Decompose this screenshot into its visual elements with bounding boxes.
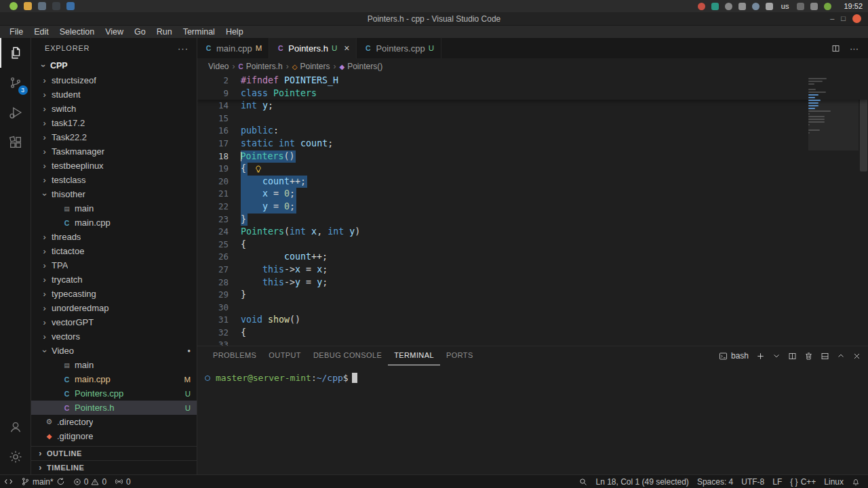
line-content[interactable]: x = 0; <box>241 188 296 201</box>
power-icon[interactable] <box>824 3 831 10</box>
menu-run[interactable]: Run <box>151 27 178 37</box>
explorer-file-main-cpp[interactable]: Cmain.cpp <box>31 216 197 230</box>
line-content[interactable]: int y; <box>241 100 273 113</box>
lightbulb-icon[interactable] <box>254 163 262 176</box>
terminal-app-icon[interactable] <box>52 2 60 10</box>
panel-tab-debug-console[interactable]: DEBUG CONSOLE <box>307 346 388 365</box>
volume-icon[interactable] <box>766 3 773 10</box>
split-terminal-icon[interactable] <box>788 352 797 361</box>
explorer-folder-threads[interactable]: ›threads <box>31 230 197 244</box>
code-editor[interactable]: 2#ifndef POINTERS_H9class Pointers14int … <box>197 75 868 346</box>
code-line[interactable]: 22 y = 0; <box>197 201 868 214</box>
code-app-icon[interactable] <box>66 2 75 10</box>
activity-run-debug[interactable] <box>0 98 31 127</box>
line-content[interactable]: { <box>241 239 246 251</box>
line-content[interactable]: #ifndef POINTERS_H <box>241 75 338 87</box>
menu-edit[interactable]: Edit <box>28 27 54 37</box>
panel-tab-problems[interactable]: PROBLEMS <box>207 346 262 365</box>
explorer-folder-video[interactable]: ›Video● <box>31 344 197 358</box>
tab-pointers-cpp[interactable]: CPointers.cppU <box>357 38 441 58</box>
line-number[interactable]: 31 <box>197 314 229 327</box>
line-number[interactable]: 9 <box>197 87 229 100</box>
tab-main-cpp[interactable]: Cmain.cppM <box>197 38 269 58</box>
more-actions-icon[interactable]: ··· <box>850 43 859 54</box>
activity-settings[interactable] <box>0 442 31 472</box>
remote-indicator[interactable] <box>0 475 17 488</box>
zoom-indicator[interactable] <box>575 475 591 488</box>
indentation[interactable]: Spaces: 4 <box>693 475 737 488</box>
menu-terminal[interactable]: Terminal <box>178 27 220 37</box>
line-number[interactable]: 19 <box>197 163 229 176</box>
chat-icon[interactable] <box>725 3 732 10</box>
line-number[interactable]: 17 <box>197 138 229 150</box>
explorer-folder-unorderedmap[interactable]: ›unorderedmap <box>31 301 197 315</box>
text-editor-icon[interactable] <box>38 2 46 10</box>
terminal-dropdown-icon[interactable] <box>772 352 781 360</box>
display-icon[interactable] <box>810 3 818 10</box>
git-branch[interactable]: main* <box>17 475 69 488</box>
explorer-folder-task22-2[interactable]: ›Task22.2 <box>31 130 197 144</box>
explorer-file-main-cpp[interactable]: Cmain.cppM <box>31 372 197 386</box>
code-line[interactable]: 27 this->x = x; <box>197 264 868 277</box>
line-content[interactable]: static int count; <box>241 138 333 150</box>
line-content[interactable]: Pointers() <box>241 150 296 163</box>
explorer-folder-testbeeplinux[interactable]: ›testbeeplinux <box>31 159 197 173</box>
kill-terminal-icon[interactable] <box>804 352 813 361</box>
code-line[interactable]: 33 <box>197 339 868 346</box>
line-number[interactable]: 27 <box>197 264 229 277</box>
activity-accounts[interactable] <box>0 412 31 442</box>
explorer-folder-tpa[interactable]: ›TPA <box>31 258 197 272</box>
code-line[interactable]: 2#ifndef POINTERS_H <box>197 75 868 87</box>
minimize-button[interactable]: – <box>830 15 834 22</box>
code-line[interactable]: 18Pointers() <box>197 150 868 163</box>
explorer-file-pointers-cpp[interactable]: CPointers.cppU <box>31 386 197 401</box>
problems[interactable]: 00 <box>69 475 111 488</box>
timeline-section[interactable]: › TIMELINE <box>31 460 197 474</box>
notifications[interactable] <box>848 475 864 488</box>
line-content[interactable]: } <box>241 289 246 302</box>
explorer-root-folder[interactable]: › CPP <box>31 58 197 73</box>
line-number[interactable]: 25 <box>197 239 229 251</box>
screenshot-tool-icon[interactable] <box>711 3 719 10</box>
explorer-folder-vectors[interactable]: ›vectors <box>31 329 197 344</box>
line-number[interactable]: 33 <box>197 339 229 346</box>
line-content[interactable]: } <box>241 214 248 226</box>
code-line[interactable]: 17static int count; <box>197 138 868 150</box>
forwarded-ports[interactable]: 0 <box>111 475 135 488</box>
breadcrumb-pointers-[interactable]: ◆Pointers() <box>339 62 382 71</box>
line-content[interactable]: Pointers(int x, int y) <box>241 226 360 239</box>
panel-tab-ports[interactable]: PORTS <box>440 346 479 365</box>
menu-selection[interactable]: Selection <box>54 27 100 37</box>
explorer-folder-structsizeof[interactable]: ›structsizeof <box>31 73 197 87</box>
explorer-file-main[interactable]: ▤main <box>31 201 197 216</box>
code-line[interactable]: 25{ <box>197 239 868 251</box>
line-number[interactable]: 30 <box>197 302 229 314</box>
line-content[interactable]: public: <box>241 125 279 138</box>
tab-pointers-h[interactable]: CPointers.hU× <box>269 38 357 58</box>
code-line[interactable]: 31void show() <box>197 314 868 327</box>
explorer-folder-tictactoe[interactable]: ›tictactoe <box>31 244 197 258</box>
code-line[interactable]: 16public: <box>197 125 868 138</box>
explorer-folder-task17-2[interactable]: ›task17.2 <box>31 116 197 130</box>
close-icon[interactable]: × <box>344 43 349 53</box>
activity-explorer[interactable] <box>0 38 31 68</box>
line-number[interactable]: 14 <box>197 100 229 113</box>
mint-menu-icon[interactable] <box>9 2 18 10</box>
code-line[interactable]: 30 <box>197 302 868 314</box>
bluetooth-icon[interactable] <box>752 3 760 10</box>
new-terminal-icon[interactable] <box>756 352 765 361</box>
line-number[interactable]: 18 <box>197 150 229 163</box>
panel-tab-terminal[interactable]: TERMINAL <box>388 346 440 365</box>
line-number[interactable]: 20 <box>197 176 229 188</box>
explorer-file-pointers-h[interactable]: CPointers.hU <box>31 401 197 415</box>
code-line[interactable]: 28 this->y = y; <box>197 277 868 289</box>
explorer-more-icon[interactable]: ··· <box>178 43 189 54</box>
code-line[interactable]: 32{ <box>197 327 868 340</box>
line-content[interactable]: void show() <box>241 314 300 327</box>
encoding[interactable]: UTF-8 <box>737 475 768 488</box>
line-number[interactable]: 23 <box>197 214 229 226</box>
os-indicator[interactable]: Linux <box>820 475 848 488</box>
explorer-folder-trycatch[interactable]: ›trycatch <box>31 272 197 287</box>
panel-tab-output[interactable]: OUTPUT <box>262 346 307 365</box>
line-number[interactable]: 28 <box>197 277 229 289</box>
